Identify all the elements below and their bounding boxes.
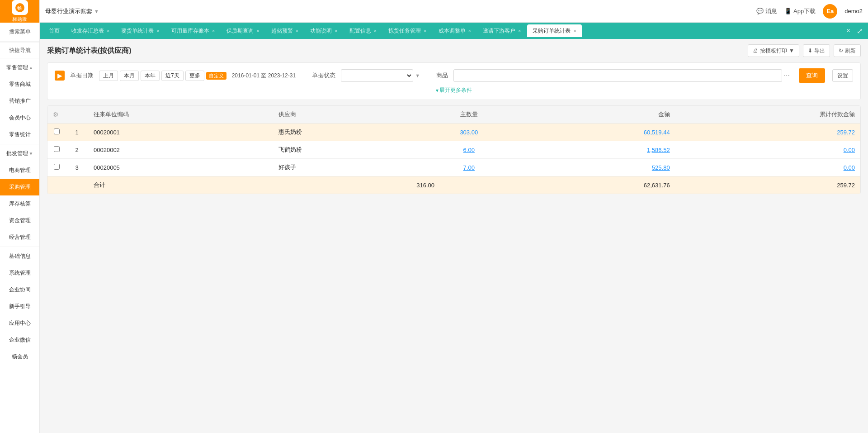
- chevron-right-icon: ▶: [57, 72, 62, 79]
- tab-home[interactable]: 首页: [43, 24, 65, 37]
- tab-purchase-order-summary[interactable]: 采购订单统计表 ×: [527, 24, 581, 37]
- sidebar-item-finance-mgmt[interactable]: 资金管理: [0, 212, 39, 229]
- user-name[interactable]: demo2: [844, 8, 863, 14]
- tab-available-inventory[interactable]: 可用量库存账本 ×: [166, 24, 220, 37]
- tab-label: 成本调整单: [439, 27, 466, 35]
- download-icon: 📱: [784, 8, 792, 14]
- data-table: ⚙ 往来单位编码 供应商 主数量 金额 累计付款金额 1 00020001 惠氏…: [47, 106, 860, 194]
- amount-cell: 525.80: [527, 159, 675, 176]
- tab-cost-adjust[interactable]: 成本调整单 ×: [433, 24, 476, 37]
- main-area: 母婴行业演示账套 ▼ 💬 消息 📱 App下载 Ea demo2 首页 收发存汇…: [40, 0, 868, 433]
- amount-cell: 60,519.44: [527, 124, 675, 141]
- table-row: 3 00020005 好孩子 7.00 525.80 0.00: [47, 159, 860, 176]
- tab-function-desc[interactable]: 功能说明 ×: [305, 24, 343, 37]
- sidebar-item-new-guide[interactable]: 新手引导: [0, 298, 39, 315]
- close-icon[interactable]: ×: [156, 28, 159, 33]
- main-qty-link[interactable]: 6.00: [463, 147, 475, 153]
- sidebar-item-marketing[interactable]: 营销推广: [0, 93, 39, 109]
- close-icon[interactable]: ×: [424, 28, 426, 33]
- settings-icon[interactable]: ⚙: [53, 111, 59, 118]
- amount-link[interactable]: 525.80: [652, 164, 670, 171]
- sidebar-item-member-center[interactable]: 会员中心: [0, 109, 39, 126]
- close-icon[interactable]: ×: [107, 28, 109, 33]
- sidebar-item-enterprise-wechat[interactable]: 企业微信: [0, 332, 39, 348]
- supplier-col-header: 供应商: [273, 106, 411, 124]
- amount-link[interactable]: 60,519.44: [644, 129, 670, 136]
- sidebar-item-basic-info[interactable]: 基础信息: [0, 248, 39, 265]
- sidebar-item-retail-mgmt[interactable]: 零售管理 ▲: [0, 59, 39, 76]
- main-qty-col-header: 主数量: [411, 106, 527, 124]
- query-button[interactable]: 查询: [799, 68, 825, 83]
- workspace-selector[interactable]: 母婴行业演示账套 ▼: [45, 7, 99, 15]
- tab-receive-summary[interactable]: 收发存汇总表 ×: [66, 24, 115, 37]
- export-button[interactable]: ⬇ 导出: [803, 44, 830, 57]
- sidebar-item-label: 采购管理: [9, 183, 31, 191]
- date-btn-7days[interactable]: 近7天: [161, 71, 184, 81]
- product-search-input[interactable]: [453, 69, 782, 82]
- sidebar-search-label[interactable]: 搜索菜单: [3, 26, 37, 38]
- chevron-down-icon: ▼: [29, 151, 33, 156]
- sidebar-item-retail-shop[interactable]: 零售商城: [0, 76, 39, 93]
- avatar[interactable]: Ea: [823, 4, 837, 19]
- sidebar-item-wholesale-mgmt[interactable]: 批发管理 ▼: [0, 145, 39, 162]
- sidebar-item-label: 畅会员: [12, 353, 28, 361]
- status-select[interactable]: [341, 69, 413, 82]
- amount-col-header: 金额: [527, 106, 675, 124]
- tab-picking-task[interactable]: 拣货任务管理 ×: [383, 24, 432, 37]
- tab-overstock-warning[interactable]: 超储预警 ×: [266, 24, 304, 37]
- sidebar-item-ecommerce-mgmt[interactable]: 电商管理: [0, 162, 39, 179]
- sidebar-item-enterprise-collab[interactable]: 企业协同: [0, 281, 39, 298]
- filter-toggle-button[interactable]: ▶: [55, 71, 65, 81]
- date-btn-last-month[interactable]: 上月: [99, 71, 118, 81]
- close-icon[interactable]: ×: [518, 28, 521, 33]
- settings-button[interactable]: 设置: [832, 69, 853, 82]
- date-btn-this-month[interactable]: 本月: [120, 71, 139, 81]
- cumulative-link[interactable]: 259.72: [837, 129, 855, 136]
- main-qty-link[interactable]: 7.00: [463, 164, 475, 171]
- sidebar-item-vip-member[interactable]: 畅会员: [0, 348, 39, 365]
- refresh-button[interactable]: ↻ 刷新: [834, 44, 861, 57]
- sidebar-item-operations-mgmt[interactable]: 经营管理: [0, 229, 39, 246]
- page-content: 采购订单统计表(按供应商) 🖨 按模板打印 ▼ ⬇ 导出 ↻ 刷新: [40, 39, 868, 433]
- cumulative-payment-cell: 0.00: [675, 159, 860, 176]
- amount-link[interactable]: 1,586.52: [647, 147, 670, 153]
- more-options-icon[interactable]: ···: [784, 71, 790, 80]
- row-num-cell: 3: [66, 159, 88, 176]
- expand-icon: ▾: [436, 87, 439, 94]
- expand-filter-button[interactable]: ▾ 展开更多条件: [436, 86, 472, 94]
- date-btn-more[interactable]: 更多: [185, 71, 204, 81]
- maximize-button[interactable]: ⤢: [855, 26, 864, 36]
- tab-invite-downstream[interactable]: 邀请下游客户 ×: [477, 24, 526, 37]
- main-qty-link[interactable]: 303.00: [460, 129, 478, 136]
- cumulative-link[interactable]: 0.00: [844, 164, 855, 171]
- sidebar-item-retail-stats[interactable]: 零售统计: [0, 126, 39, 143]
- sidebar-quick-nav-label[interactable]: 快捷导航: [0, 44, 39, 57]
- sidebar-item-label: 零售管理: [6, 64, 28, 71]
- tab-purchase-order-stats[interactable]: 要货单统计表 ×: [116, 24, 165, 37]
- sidebar-item-purchase-mgmt[interactable]: 采购管理: [0, 179, 39, 195]
- sidebar-item-app-center[interactable]: 应用中心: [0, 315, 39, 332]
- tab-label: 功能说明: [310, 27, 332, 35]
- close-icon[interactable]: ×: [335, 28, 337, 33]
- close-icon[interactable]: ×: [256, 28, 259, 33]
- date-btn-this-year[interactable]: 本年: [141, 71, 160, 81]
- row-checkbox[interactable]: [54, 128, 60, 134]
- row-checkbox[interactable]: [54, 164, 60, 170]
- footer-label-cell: 合计: [88, 176, 273, 194]
- close-icon[interactable]: ×: [212, 28, 215, 33]
- tab-warranty-query[interactable]: 保质期查询 ×: [221, 24, 264, 37]
- cumulative-link[interactable]: 0.00: [844, 147, 855, 153]
- close-all-tabs-button[interactable]: ×: [844, 26, 852, 36]
- message-button[interactable]: 💬 消息: [756, 7, 777, 15]
- app-download-button[interactable]: 📱 App下载: [784, 7, 816, 15]
- row-checkbox[interactable]: [54, 146, 60, 152]
- template-print-button[interactable]: 🖨 按模板打印 ▼: [748, 44, 799, 57]
- close-icon[interactable]: ×: [374, 28, 377, 33]
- tab-config-info[interactable]: 配置信息 ×: [344, 24, 382, 37]
- close-icon[interactable]: ×: [468, 28, 471, 33]
- sidebar-item-system-mgmt[interactable]: 系统管理: [0, 265, 39, 281]
- sidebar-item-inventory-mgmt[interactable]: 库存核算: [0, 195, 39, 212]
- logo[interactable]: 畅 标题版: [0, 0, 39, 23]
- close-icon[interactable]: ×: [296, 28, 298, 33]
- close-icon[interactable]: ×: [573, 28, 576, 33]
